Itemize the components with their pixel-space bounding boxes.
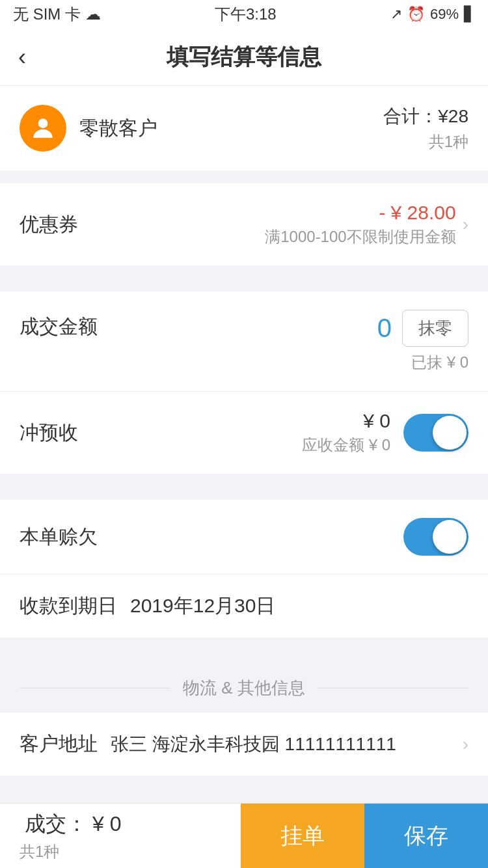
total-count: 共1种 xyxy=(383,131,468,152)
page-title: 填写结算等信息 xyxy=(167,42,321,72)
bottom-bar: 成交：¥ 0 共1种 挂单 保存 xyxy=(0,803,488,868)
divider-line-left xyxy=(20,688,170,688)
logistics-label: 物流 & 其他信息 xyxy=(183,677,305,699)
address-section[interactable]: 客户地址 张三 海淀永丰科技园 11111111111 › xyxy=(0,712,488,776)
pending-button[interactable]: 挂单 xyxy=(241,804,364,869)
person-icon xyxy=(29,114,57,142)
svg-point-0 xyxy=(38,118,48,128)
customer-row: 零散客户 合计：¥28 共1种 xyxy=(0,86,488,170)
customer-section: 零散客户 合计：¥28 共1种 xyxy=(0,86,488,170)
address-row[interactable]: 客户地址 张三 海淀永丰科技园 11111111111 › xyxy=(0,712,488,776)
bottom-count: 共1种 xyxy=(20,841,221,862)
divider-1 xyxy=(0,278,488,292)
coupon-amount: - ¥ 28.00 xyxy=(265,202,455,224)
transaction-section: 成交金额 0 抹零 已抹 ¥ 0 冲预收 ¥ 0 应收金额 ¥ 0 xyxy=(0,292,488,474)
customer-left: 零散客户 xyxy=(20,105,157,152)
prepay-label: 冲预收 xyxy=(20,420,78,446)
address-chevron-icon: › xyxy=(463,734,468,755)
coupon-desc: 满1000-100不限制使用金额 xyxy=(265,226,455,247)
prepay-right: ¥ 0 应收金额 ¥ 0 xyxy=(302,410,468,455)
battery-icon: ▋ xyxy=(464,6,475,23)
transaction-label: 成交金额 xyxy=(20,310,98,340)
debt-toggle[interactable] xyxy=(403,518,468,556)
date-label: 收款到期日 xyxy=(20,593,117,619)
date-row: 收款到期日 2019年12月30日 xyxy=(0,574,488,638)
avatar xyxy=(20,105,66,152)
address-value: 张三 海淀永丰科技园 11111111111 xyxy=(111,732,463,757)
coupon-info: - ¥ 28.00 满1000-100不限制使用金额 xyxy=(265,202,455,247)
customer-right: 合计：¥28 共1种 xyxy=(383,104,468,152)
coupon-section[interactable]: 优惠券 - ¥ 28.00 满1000-100不限制使用金额 › xyxy=(0,183,488,265)
location-icon: ↗ xyxy=(390,6,402,23)
debt-label: 本单赊欠 xyxy=(20,524,98,550)
total-price: 合计：¥28 xyxy=(383,104,468,129)
deal-value: ¥ 0 xyxy=(92,812,121,835)
address-label: 客户地址 xyxy=(20,731,98,757)
round-button[interactable]: 抹零 xyxy=(402,310,468,347)
status-right: ↗ ⏰ 69% ▋ xyxy=(390,6,475,23)
divider-line-right xyxy=(318,688,468,688)
prepay-row: 冲预收 ¥ 0 应收金额 ¥ 0 xyxy=(0,392,488,474)
prepay-sub: 应收金额 ¥ 0 xyxy=(302,435,390,455)
coupon-right: - ¥ 28.00 满1000-100不限制使用金额 › xyxy=(265,202,468,247)
status-left: 无 SIM 卡 ☁ xyxy=(13,4,101,25)
transaction-value-row: 0 抹零 xyxy=(377,310,468,347)
date-value: 2019年12月30日 xyxy=(130,593,275,619)
status-time: 下午3:18 xyxy=(215,4,277,25)
transaction-sub: 已抹 ¥ 0 xyxy=(411,352,468,373)
prepay-toggle[interactable] xyxy=(403,414,468,452)
debt-row: 本单赊欠 xyxy=(0,500,488,574)
bottom-deal: 成交：¥ 0 xyxy=(20,810,221,839)
back-button[interactable]: ‹ xyxy=(18,44,26,71)
prepay-info: ¥ 0 应收金额 ¥ 0 xyxy=(302,410,390,455)
logistics-divider: 物流 & 其他信息 xyxy=(0,664,488,712)
nav-bar: ‹ 填写结算等信息 xyxy=(0,29,488,86)
no-sim-text: 无 SIM 卡 ☁ xyxy=(13,4,101,25)
battery-text: 69% xyxy=(430,6,459,23)
debt-toggle-knob xyxy=(433,520,467,554)
customer-name: 零散客户 xyxy=(79,115,157,142)
transaction-row: 成交金额 0 抹零 已抹 ¥ 0 xyxy=(0,292,488,392)
divider-3 xyxy=(0,651,488,664)
divider-2 xyxy=(0,487,488,500)
bottom-summary: 成交：¥ 0 共1种 xyxy=(0,810,241,862)
coupon-label: 优惠券 xyxy=(20,211,78,238)
alarm-icon: ⏰ xyxy=(407,6,425,23)
deal-label: 成交： xyxy=(25,812,87,835)
coupon-row[interactable]: 优惠券 - ¥ 28.00 满1000-100不限制使用金额 › xyxy=(0,183,488,265)
status-bar: 无 SIM 卡 ☁ 下午3:18 ↗ ⏰ 69% ▋ xyxy=(0,0,488,29)
transaction-value: 0 xyxy=(377,314,392,343)
prepay-amount: ¥ 0 xyxy=(302,410,390,432)
chevron-right-icon: › xyxy=(463,214,468,235)
save-button[interactable]: 保存 xyxy=(364,804,488,869)
debt-section: 本单赊欠 收款到期日 2019年12月30日 xyxy=(0,500,488,638)
toggle-knob xyxy=(433,416,467,450)
